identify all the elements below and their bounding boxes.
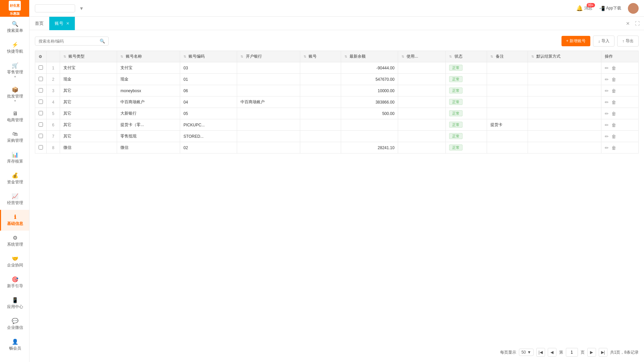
accounts-table: ⚙ ⇅ 账号类型 ⇅ 账号名称 ⇅ 账号编码 bbox=[35, 51, 639, 154]
row-checkbox[interactable] bbox=[39, 65, 43, 70]
row-usage bbox=[398, 119, 446, 131]
edit-icon[interactable]: ✏ bbox=[605, 65, 609, 71]
row-checkbox-cell[interactable] bbox=[35, 62, 47, 74]
message-button[interactable]: 🔔 消息 99+ bbox=[576, 5, 592, 11]
edit-icon[interactable]: ✏ bbox=[605, 111, 609, 116]
row-checkbox-cell[interactable] bbox=[35, 119, 47, 131]
delete-icon[interactable]: 🗑 bbox=[611, 77, 616, 82]
tab-close-icon[interactable]: ✕ bbox=[66, 21, 69, 26]
row-checkbox-cell[interactable] bbox=[35, 97, 47, 108]
row-checkbox-cell[interactable] bbox=[35, 142, 47, 154]
row-checkbox-cell[interactable] bbox=[35, 131, 47, 142]
th-balance[interactable]: ⇅ 最新余额 bbox=[341, 51, 398, 62]
delete-icon[interactable]: 🗑 bbox=[611, 100, 616, 105]
per-page-label: 每页显示 bbox=[500, 350, 516, 355]
row-checkbox-cell[interactable] bbox=[35, 85, 47, 97]
sidebar-item-quick-nav[interactable]: ⚡ 快捷导航 bbox=[0, 38, 29, 58]
row-checkbox-cell[interactable] bbox=[35, 74, 47, 85]
sidebar-item-operations[interactable]: 📈 经营管理 bbox=[0, 189, 29, 210]
sidebar-item-app-center[interactable]: 📱 应用中心 bbox=[0, 293, 29, 314]
th-status[interactable]: ⇅ 状态 bbox=[446, 51, 487, 62]
user-avatar[interactable] bbox=[628, 3, 639, 14]
sidebar-item-label: 畅会员 bbox=[9, 346, 21, 351]
delete-icon[interactable]: 🗑 bbox=[611, 111, 616, 116]
delete-icon[interactable]: 🗑 bbox=[611, 88, 616, 94]
th-code[interactable]: ⇅ 账号编码 bbox=[180, 51, 237, 62]
row-usage bbox=[398, 74, 446, 85]
th-name[interactable]: ⇅ 账号名称 bbox=[117, 51, 180, 62]
settings-icon[interactable]: ⚙ bbox=[39, 54, 42, 59]
sidebar-item-ecommerce[interactable]: 🖥 电商管理 bbox=[0, 107, 29, 127]
row-action: ✏ 🗑 bbox=[601, 62, 638, 74]
sidebar-item-label: 新手引导 bbox=[7, 284, 23, 288]
prev-page-button[interactable]: ◀ bbox=[548, 348, 556, 357]
top-search-input[interactable] bbox=[35, 4, 75, 12]
page-number-input[interactable] bbox=[566, 348, 578, 357]
sidebar-item-member[interactable]: 👤 畅会员 bbox=[0, 335, 29, 355]
tab-account[interactable]: 账号 ✕ bbox=[49, 17, 75, 30]
row-checkbox[interactable] bbox=[39, 134, 43, 138]
search-box[interactable]: 🔍 bbox=[35, 37, 109, 46]
row-default-settle bbox=[528, 62, 601, 74]
first-page-button[interactable]: |◀ bbox=[536, 348, 545, 357]
sidebar-item-wholesale[interactable]: 📦 批发管理 ▼ bbox=[0, 82, 29, 107]
import-button[interactable]: ↓ 导入 bbox=[593, 36, 614, 47]
th-remark[interactable]: ⇅ 备注 bbox=[487, 51, 528, 62]
edit-icon[interactable]: ✏ bbox=[605, 145, 609, 150]
edit-icon[interactable]: ✏ bbox=[605, 100, 609, 105]
maximize-window-button[interactable]: ⛶ bbox=[633, 19, 641, 27]
row-usage bbox=[398, 97, 446, 108]
th-usage[interactable]: ⇅ 使用... bbox=[398, 51, 446, 62]
edit-icon[interactable]: ✏ bbox=[605, 77, 609, 82]
search-input[interactable] bbox=[39, 39, 98, 44]
row-action: ✏ 🗑 bbox=[601, 131, 638, 142]
row-checkbox[interactable] bbox=[39, 77, 43, 81]
sidebar-item-corp-collab[interactable]: 🤝 企业协同 bbox=[0, 251, 29, 272]
delete-icon[interactable]: 🗑 bbox=[611, 145, 616, 150]
sidebar-item-basic-info[interactable]: ℹ 基础信息 bbox=[0, 210, 29, 231]
sidebar-item-label: 库存核算 bbox=[7, 159, 23, 164]
close-window-button[interactable]: ✕ bbox=[624, 19, 632, 27]
row-checkbox[interactable] bbox=[39, 111, 43, 115]
row-checkbox[interactable] bbox=[39, 88, 43, 93]
sidebar-item-search[interactable]: 🔍 搜索菜单 bbox=[0, 17, 29, 38]
row-index: 1 bbox=[47, 62, 60, 74]
row-index: 3 bbox=[47, 85, 60, 97]
edit-icon[interactable]: ✏ bbox=[605, 88, 609, 94]
sidebar-item-funds[interactable]: 💰 资金管理 bbox=[0, 168, 29, 189]
th-bank[interactable]: ⇅ 开户银行 bbox=[237, 51, 300, 62]
th-default-settle[interactable]: ⇅ 默认结算方式 bbox=[528, 51, 601, 62]
sidebar-item-enterprise-wechat[interactable]: 💬 企业微信 bbox=[0, 314, 29, 335]
row-type: 其它 bbox=[60, 119, 117, 131]
sidebar-item-system[interactable]: ⚙ 系统管理 bbox=[0, 231, 29, 251]
th-account[interactable]: ⇅ 账号 bbox=[300, 51, 341, 62]
add-account-button[interactable]: + 新增账号 bbox=[561, 36, 590, 46]
edit-icon[interactable]: ✏ bbox=[605, 122, 609, 128]
sidebar-item-retail[interactable]: 🛒 零售管理 ▼ bbox=[0, 58, 29, 82]
edit-icon[interactable]: ✏ bbox=[605, 134, 609, 139]
sidebar-item-new-guide[interactable]: 🎯 新手引导 bbox=[0, 272, 29, 293]
delete-icon[interactable]: 🗑 bbox=[611, 65, 616, 71]
delete-icon[interactable]: 🗑 bbox=[611, 134, 616, 139]
sidebar-item-purchase[interactable]: 🛍 采购管理 bbox=[0, 127, 29, 147]
last-page-button[interactable]: ▶| bbox=[599, 348, 607, 357]
row-checkbox-cell[interactable] bbox=[35, 108, 47, 119]
next-page-button[interactable]: ▶ bbox=[587, 348, 596, 357]
header-dropdown-arrow[interactable]: ▼ bbox=[79, 6, 84, 11]
sidebar-item-inventory[interactable]: 📊 库存核算 bbox=[0, 147, 29, 168]
app-download-button[interactable]: 📲 App下载 bbox=[599, 5, 621, 11]
row-account bbox=[300, 97, 341, 108]
row-balance bbox=[341, 131, 398, 142]
export-button[interactable]: ↑ 导出 bbox=[617, 36, 639, 47]
per-page-select[interactable]: 50 ▼ bbox=[519, 349, 533, 356]
th-type[interactable]: ⇅ 账号类型 bbox=[60, 51, 117, 62]
row-index: 4 bbox=[47, 97, 60, 108]
tab-home[interactable]: 首页 bbox=[30, 17, 49, 30]
delete-icon[interactable]: 🗑 bbox=[611, 122, 616, 128]
row-index: 5 bbox=[47, 108, 60, 119]
pagination: 每页显示 50 ▼ |◀ ◀ 第 页 ▶ ▶| 共1页，8条记录 bbox=[35, 344, 639, 357]
row-checkbox[interactable] bbox=[39, 100, 43, 104]
row-checkbox[interactable] bbox=[39, 145, 43, 149]
row-checkbox[interactable] bbox=[39, 122, 43, 127]
row-balance bbox=[341, 119, 398, 131]
